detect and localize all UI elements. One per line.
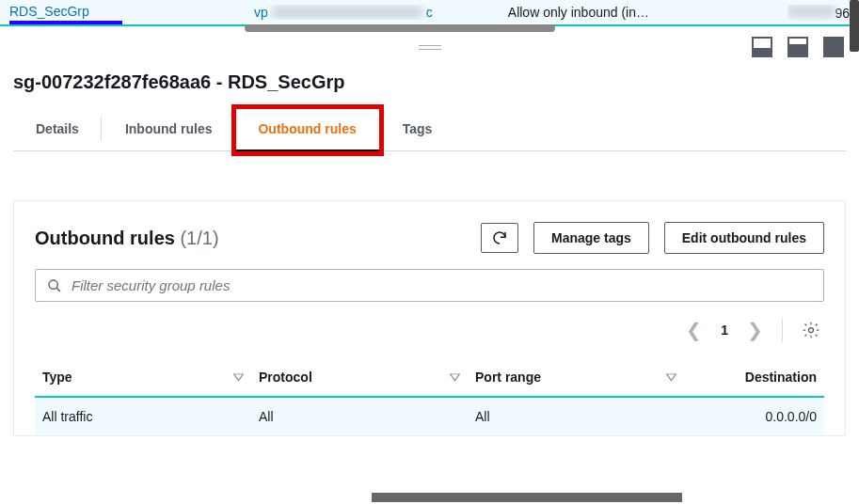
layout-split-bottom-button[interactable] xyxy=(752,37,772,57)
panel-resize-handle[interactable] xyxy=(0,26,859,68)
cell-port-range: All xyxy=(468,397,684,435)
tab-inbound-rules[interactable]: Inbound rules xyxy=(103,108,236,150)
col-port-range[interactable]: Port range▽ xyxy=(468,358,684,397)
refresh-icon xyxy=(491,229,508,246)
manage-tags-button[interactable]: Manage tags xyxy=(533,222,649,254)
sg-name-link[interactable]: RDS_SecGrp xyxy=(9,4,122,24)
layout-split-half-button[interactable] xyxy=(787,37,808,57)
owner-suffix: 96 xyxy=(835,6,850,21)
grip-icon xyxy=(419,45,441,50)
col-type-label: Type xyxy=(42,370,72,385)
sg-list-row[interactable]: RDS_SecGrp vp c Allow only inbound (in… … xyxy=(0,0,859,26)
divider xyxy=(782,319,783,341)
vpc-suffix: c xyxy=(426,5,433,20)
sg-description: Allow only inbound (in… xyxy=(508,5,696,20)
prev-page-button[interactable]: ❮ xyxy=(686,319,702,341)
tab-tags[interactable]: Tags xyxy=(380,108,456,150)
panel-title: Outbound rules (1/1) xyxy=(35,228,219,249)
settings-button[interactable] xyxy=(802,321,820,339)
col-protocol-label: Protocol xyxy=(259,370,312,385)
rules-table: Type▽ Protocol▽ Port range▽ Destination … xyxy=(35,358,824,435)
filter-box[interactable] xyxy=(35,269,824,302)
sort-icon: ▽ xyxy=(233,371,244,382)
cell-destination: 0.0.0.0/0 xyxy=(684,397,824,435)
col-destination-label: Destination xyxy=(745,370,817,385)
panel-title-text: Outbound rules xyxy=(35,228,175,248)
col-protocol[interactable]: Protocol▽ xyxy=(251,358,468,397)
vpc-prefix: vp xyxy=(254,5,268,20)
tab-outbound-rules[interactable]: Outbound rules xyxy=(235,108,379,152)
sg-owner: 96 xyxy=(787,5,850,21)
col-destination[interactable]: Destination xyxy=(684,358,824,397)
svg-point-0 xyxy=(49,280,57,289)
tabs: Details Inbound rules Outbound rules Tag… xyxy=(13,108,846,151)
sort-icon: ▽ xyxy=(450,371,460,382)
horizontal-scrollbar-bottom[interactable] xyxy=(372,493,682,502)
col-port-range-label: Port range xyxy=(475,370,541,385)
edit-outbound-rules-button[interactable]: Edit outbound rules xyxy=(664,222,824,254)
panel-count: (1/1) xyxy=(180,228,218,248)
next-page-button[interactable]: ❯ xyxy=(747,319,763,341)
cell-protocol: All xyxy=(251,397,468,435)
page-title: sg-007232f287fe68aa6 - RDS_SecGrp xyxy=(0,68,859,108)
sort-icon: ▽ xyxy=(666,371,676,382)
col-type[interactable]: Type▽ xyxy=(35,358,251,397)
owner-redacted xyxy=(787,5,835,18)
page-number: 1 xyxy=(721,323,728,338)
tab-details[interactable]: Details xyxy=(13,108,103,150)
filter-input[interactable] xyxy=(72,277,812,293)
cell-type: All traffic xyxy=(35,397,251,435)
pagination: ❮ 1 ❯ xyxy=(35,302,824,358)
search-icon xyxy=(47,278,62,293)
outbound-rules-panel: Outbound rules (1/1) Manage tags Edit ou… xyxy=(13,200,846,436)
svg-line-1 xyxy=(56,288,60,291)
table-row[interactable]: All traffic All All 0.0.0.0/0 xyxy=(35,397,824,435)
vpc-id-redacted xyxy=(272,6,422,19)
layout-full-button[interactable] xyxy=(823,37,844,57)
svg-point-2 xyxy=(809,328,814,333)
vpc-link[interactable]: vp c xyxy=(254,5,433,20)
refresh-button[interactable] xyxy=(481,223,518,253)
